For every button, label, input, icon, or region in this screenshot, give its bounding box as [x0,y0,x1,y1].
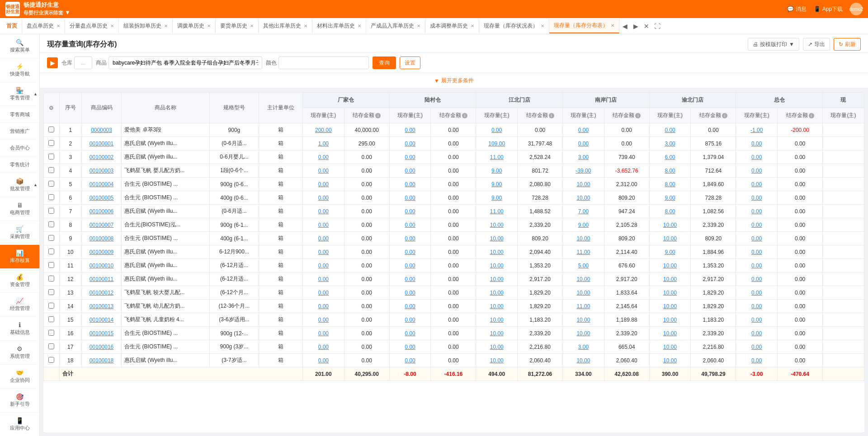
tab-close[interactable]: ✕ [641,19,652,33]
tab-t8[interactable]: 产成品入库单历史✕ [366,19,425,33]
setting-button[interactable]: 设置 [400,56,420,69]
product-code-cell[interactable]: 00100014 [81,313,121,327]
row-checkbox[interactable] [44,327,60,340]
product-code-cell[interactable]: 00100006 [81,205,121,218]
close-tab-t5[interactable]: ✕ [250,23,254,28]
message-btn[interactable]: 💬 消息 [787,5,807,13]
info-icon-1[interactable]: i [375,113,381,118]
sidebar-item-会员中心[interactable]: 会员中心 [0,140,39,156]
row-checkbox[interactable] [44,164,60,178]
info-icon-6[interactable]: i [809,113,814,118]
row-checkbox[interactable] [44,150,60,164]
warehouse-input[interactable] [74,56,92,69]
tab-t2[interactable]: 分量盘点单历史✕ [65,19,119,33]
tab-fullscreen[interactable]: ⛶ [652,19,663,33]
row-checkbox[interactable] [44,178,60,191]
product-code-cell[interactable]: 00100001 [81,137,121,150]
product-code-cell[interactable]: 00100007 [81,218,121,232]
close-tab-t7[interactable]: ✕ [358,23,361,28]
color-input[interactable] [278,56,369,69]
close-tab-t8[interactable]: ✕ [417,23,420,28]
row-checkbox[interactable] [44,245,60,259]
sidebar-item-系统管理[interactable]: ⚙ 系统管理 [0,341,39,365]
info-icon-4[interactable]: i [635,113,641,118]
sidebar-item-采购管理[interactable]: 🛒 采购管理 [0,221,39,245]
product-code-cell[interactable]: 00100003 [81,164,121,178]
tab-home[interactable]: 首页 [2,19,22,33]
row-checkbox[interactable] [44,272,60,286]
row-checkbox[interactable] [44,205,60,218]
sidebar-item-零售统计[interactable]: 零售统计 [0,156,39,173]
close-tab-t9[interactable]: ✕ [471,23,474,28]
sidebar-item-经营管理[interactable]: 📈 经营管理 [0,293,39,317]
product-code-cell[interactable]: 00100013 [81,300,121,313]
close-tab-t10[interactable]: ✕ [541,23,544,28]
tab-prev[interactable]: ◀ [619,19,630,33]
product-code-cell[interactable]: 00100002 [81,150,121,164]
tab-next[interactable]: ▶ [630,19,641,33]
info-icon-2[interactable]: i [462,113,467,118]
product-code-cell[interactable]: 00100005 [81,191,121,205]
row-checkbox[interactable] [44,123,60,137]
product-code-cell[interactable]: 00100012 [81,286,121,300]
row-checkbox[interactable] [44,232,60,245]
sidebar-item-基础信息[interactable]: ℹ 基础信息 [0,317,39,341]
close-tab-t4[interactable]: ✕ [207,23,211,28]
row-checkbox[interactable] [44,218,60,232]
product-code-cell[interactable]: 00100018 [81,354,121,367]
product-code-cell[interactable]: 00100011 [81,272,121,286]
user-avatar[interactable]: demo2 [850,3,863,15]
product-input[interactable] [108,56,262,69]
tab-t5[interactable]: 要货单历史✕ [216,19,259,33]
tab-t7[interactable]: 材料出库单历史✕ [312,19,366,33]
sidebar-item-电商管理[interactable]: 🖥 电商管理 [0,197,39,221]
product-code-cell[interactable]: 00100009 [81,245,121,259]
sidebar-item-库存核算[interactable]: 📊 库存核算 [0,245,39,269]
close-tab-t6[interactable]: ✕ [304,23,307,28]
sidebar-item-企业协同[interactable]: 🤝 企业协同 [0,365,39,389]
product-code-cell[interactable]: 00100008 [81,232,121,245]
sidebar-item-快捷导航[interactable]: ⚡ 快捷导航 [0,58,39,82]
info-icon-5[interactable]: i [722,113,727,118]
product-code-cell[interactable]: 00100015 [81,327,121,340]
info-icon-3[interactable]: i [549,113,554,118]
row-checkbox[interactable] [44,313,60,327]
nav-arrow[interactable]: ▼ [65,9,71,17]
row-checkbox[interactable] [44,286,60,300]
close-tab-t1[interactable]: ✕ [57,23,60,28]
tab-t9[interactable]: 成本调整单历史✕ [425,19,479,33]
sidebar-item-新手引导[interactable]: 🎯 新手引导 [0,389,39,413]
refresh-button[interactable]: ↻ 刷新 [834,38,861,51]
sidebar-item-零售商城[interactable]: 零售商城 [0,106,39,123]
sidebar-item-应用中心[interactable]: 📱 应用中心 [0,413,39,436]
tab-t3[interactable]: 组装拆卸单历史✕ [119,19,173,33]
row-checkbox[interactable] [44,300,60,313]
app-download-btn[interactable]: 📱 App下载 [814,5,843,13]
product-code-cell[interactable]: 00100016 [81,340,121,354]
sidebar-item-资金管理[interactable]: 💰 资金管理 [0,269,39,293]
settings-icon[interactable]: ⚙ [49,105,54,111]
sidebar-item-营销推广[interactable]: 营销推广 [0,123,39,140]
row-checkbox[interactable] [44,137,60,150]
close-tab-t11[interactable]: ✕ [611,23,614,28]
close-tab-t2[interactable]: ✕ [110,23,114,28]
sidebar-item-搜索英单[interactable]: 🔍 搜索英单 [0,34,39,58]
tab-t1[interactable]: 盘点单历史✕ [22,19,65,33]
row-checkbox[interactable] [44,340,60,354]
filter-toggle-btn[interactable]: ▶ [47,57,58,68]
export-button[interactable]: ↗ 导出 [803,38,830,51]
tab-t10[interactable]: 现存量（库存状况表）✕ [479,19,549,33]
row-checkbox[interactable] [44,191,60,205]
tab-t6[interactable]: 其他出库单历史✕ [259,19,312,33]
expand-conditions-btn[interactable]: ▼ 展开更多条件 [430,75,477,86]
row-checkbox[interactable] [44,354,60,367]
product-code-cell[interactable]: 00100004 [81,178,121,191]
print-button[interactable]: 🖨 按模版打印 ▼ [748,38,799,51]
sidebar-item-批发管理[interactable]: 📦 批发管理▲ [0,173,39,197]
product-code-cell[interactable]: 0000003 [81,123,121,137]
product-code-cell[interactable]: 00100010 [81,259,121,272]
close-tab-t3[interactable]: ✕ [164,23,168,28]
row-checkbox[interactable] [44,259,60,272]
tab-t4[interactable]: 调拨单历史✕ [173,19,216,33]
sidebar-item-零售管理[interactable]: 🏪 零售管理▲ [0,82,39,106]
